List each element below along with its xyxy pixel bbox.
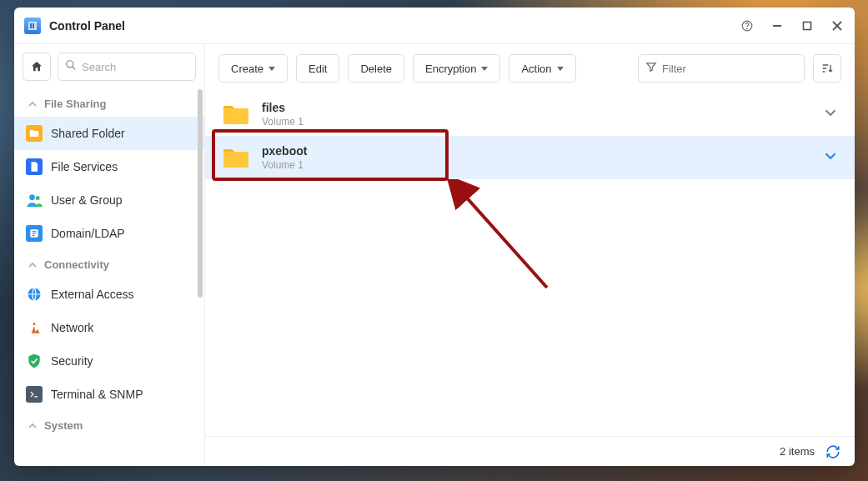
delete-label: Delete	[360, 63, 392, 75]
folder-location: Volume 1	[262, 159, 813, 171]
home-button[interactable]	[23, 53, 51, 81]
row-text: pxeboot Volume 1	[262, 144, 813, 171]
close-button[interactable]	[830, 18, 845, 33]
sidebar-item-security[interactable]: Security	[14, 344, 204, 378]
chevron-down-icon[interactable]	[825, 150, 838, 165]
table-row[interactable]: pxeboot Volume 1	[205, 136, 855, 179]
sort-button[interactable]	[813, 54, 841, 83]
title-controls	[740, 18, 845, 33]
folder-icon	[222, 103, 250, 126]
toolbar: Create Edit Delete Encryption Action	[205, 44, 855, 93]
sidebar-item-file-services[interactable]: File Services	[14, 150, 204, 183]
action-label: Action	[521, 63, 551, 75]
chevron-up-icon	[28, 260, 38, 270]
minimize-button[interactable]	[770, 18, 785, 33]
control-panel-window: Control Panel File Sharing	[14, 8, 855, 466]
caret-down-icon	[481, 67, 488, 71]
sidebar-item-terminal-snmp[interactable]: Terminal & SNMP	[14, 378, 204, 411]
filter-input[interactable]	[662, 63, 797, 75]
file-services-icon	[26, 158, 43, 175]
chevron-down-icon[interactable]	[825, 107, 838, 122]
svg-rect-2	[33, 23, 34, 28]
chevron-up-icon	[28, 421, 38, 431]
sidebar-item-domain-ldap[interactable]: Domain/LDAP	[14, 217, 204, 250]
folder-location: Volume 1	[262, 116, 813, 128]
sidebar-scroll[interactable]: File Sharing Shared Folder File Services…	[14, 89, 204, 466]
search-icon	[65, 59, 77, 74]
domain-ldap-icon	[26, 225, 43, 242]
svg-point-11	[29, 194, 35, 200]
network-icon	[26, 319, 43, 336]
folder-name: pxeboot	[262, 144, 813, 158]
sidebar: File Sharing Shared Folder File Services…	[14, 44, 205, 466]
svg-point-12	[36, 196, 40, 200]
search-field-wrap[interactable]	[58, 53, 196, 81]
folder-name: files	[262, 101, 813, 114]
folder-icon	[26, 125, 43, 142]
sidebar-item-label: External Access	[51, 288, 134, 301]
sidebar-item-network[interactable]: Network	[14, 311, 204, 344]
svg-line-10	[73, 67, 76, 70]
sidebar-item-shared-folder[interactable]: Shared Folder	[14, 117, 204, 150]
edit-button[interactable]: Edit	[296, 54, 339, 83]
create-label: Create	[231, 63, 263, 75]
encryption-button[interactable]: Encryption	[413, 54, 500, 83]
svg-point-4	[747, 28, 748, 29]
sidebar-item-label: Security	[51, 354, 93, 368]
window-title: Control Panel	[49, 19, 740, 33]
filter-icon	[645, 61, 657, 76]
search-input[interactable]	[82, 61, 188, 73]
folder-list: files Volume 1 pxeboot Volume 1	[205, 93, 855, 436]
user-group-icon	[26, 192, 43, 208]
maximize-button[interactable]	[800, 18, 815, 33]
table-row[interactable]: files Volume 1	[205, 93, 855, 136]
caret-down-icon	[268, 67, 275, 71]
svg-rect-1	[30, 23, 32, 28]
group-label: File Sharing	[44, 98, 106, 110]
folder-icon	[222, 146, 250, 169]
titlebar: Control Panel	[14, 8, 855, 44]
main-panel: Create Edit Delete Encryption Action	[205, 44, 855, 466]
sidebar-item-label: Domain/LDAP	[51, 227, 125, 240]
caret-down-icon	[557, 67, 564, 71]
sidebar-item-user-group[interactable]: User & Group	[14, 183, 204, 217]
row-text: files Volume 1	[262, 101, 813, 128]
sidebar-group-system[interactable]: System	[14, 411, 204, 438]
app-icon	[24, 18, 41, 34]
group-label: System	[44, 419, 83, 432]
sidebar-item-label: Network	[51, 321, 93, 334]
chevron-up-icon	[28, 99, 38, 109]
item-count: 2 items	[780, 445, 815, 458]
body: File Sharing Shared Folder File Services…	[14, 44, 855, 466]
filter-field-wrap[interactable]	[638, 54, 805, 83]
terminal-icon	[26, 386, 43, 403]
sidebar-item-label: Terminal & SNMP	[51, 388, 143, 401]
edit-label: Edit	[309, 63, 327, 75]
sidebar-item-external-access[interactable]: External Access	[14, 278, 204, 311]
sidebar-item-label: User & Group	[51, 193, 123, 207]
action-button[interactable]: Action	[509, 54, 575, 83]
svg-point-9	[67, 61, 73, 68]
external-access-icon	[26, 286, 43, 303]
sidebar-item-label: File Services	[51, 160, 118, 173]
group-label: Connectivity	[44, 258, 109, 271]
delete-button[interactable]: Delete	[348, 54, 404, 83]
sidebar-scrollbar[interactable]	[198, 89, 203, 298]
sidebar-item-label: Shared Folder	[51, 127, 125, 140]
statusbar: 2 items	[205, 436, 855, 466]
create-button[interactable]: Create	[218, 54, 288, 83]
help-button[interactable]	[740, 18, 755, 33]
sidebar-group-connectivity[interactable]: Connectivity	[14, 250, 204, 278]
sidebar-group-file-sharing[interactable]: File Sharing	[14, 89, 204, 117]
refresh-button[interactable]	[825, 443, 841, 460]
svg-rect-6	[804, 22, 811, 29]
encryption-label: Encryption	[425, 63, 476, 75]
shield-icon	[26, 353, 43, 369]
